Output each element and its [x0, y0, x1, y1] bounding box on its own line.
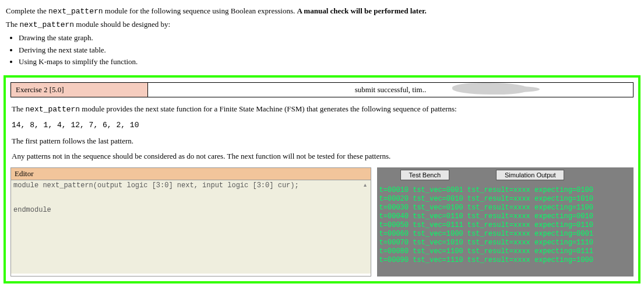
editor-header: Editor — [11, 168, 371, 180]
desc-p2: The first pattern follows the last patte… — [12, 135, 632, 148]
intro-line-1: Complete the next_pattern module for the… — [6, 6, 638, 17]
exercise-description: The next_pattern module provides the nex… — [12, 103, 632, 163]
submit-status: submit successful, tim.. — [148, 83, 633, 97]
code-editor[interactable] — [11, 180, 371, 274]
work-area: Editor ▴ Test Bench Simulation Output t=… — [10, 167, 634, 276]
text: module should be designed by: — [74, 20, 170, 29]
intro-bullets: Drawing the state graph. Deriving the ne… — [19, 33, 638, 67]
desc-p1: The next_pattern module provides the nex… — [12, 103, 632, 116]
desc-p3: Any patterns not in the sequence should … — [12, 150, 632, 163]
status-text: submit successful, tim.. — [355, 85, 426, 94]
text: The — [6, 20, 19, 29]
list-item: Deriving the next state table. — [19, 45, 638, 55]
editor-panel: Editor ▴ — [10, 167, 371, 276]
code-inline: next_pattern — [19, 20, 74, 29]
list-item: Drawing the state graph. — [19, 33, 638, 43]
page-intro: Complete the next_pattern module for the… — [0, 0, 644, 73]
tab-simulation-output[interactable]: Simulation Output — [496, 170, 564, 180]
code-inline: next_pattern — [25, 105, 80, 114]
text-bold: A manual check will be performed later. — [297, 6, 426, 15]
exercise-panel: Exercise 2 [5.0] submit successful, tim.… — [3, 75, 641, 284]
text: Complete the — [6, 6, 48, 15]
simulation-output: t=00010 tst_vec=0001 tst_result=xxxx exp… — [377, 183, 634, 266]
output-panel: Test Bench Simulation Output t=00010 tst… — [377, 167, 634, 276]
exercise-title: Exercise 2 [5.0] — [11, 83, 148, 97]
scroll-up-icon[interactable]: ▴ — [364, 181, 369, 187]
sequence-values: 14, 8, 1, 4, 12, 7, 6, 2, 10 — [12, 120, 632, 132]
intro-line-2: The next_pattern module should be design… — [6, 19, 638, 30]
text: The — [12, 104, 25, 113]
text: module provides the next state function … — [80, 104, 457, 113]
redaction-smudge — [452, 83, 528, 94]
list-item: Using K-maps to simplify the function. — [19, 57, 638, 67]
tab-row: Test Bench Simulation Output — [377, 167, 634, 183]
status-bar: Exercise 2 [5.0] submit successful, tim.… — [10, 82, 634, 97]
text: module for the following sequence using … — [103, 6, 297, 15]
code-inline: next_pattern — [48, 7, 103, 16]
tab-test-bench[interactable]: Test Bench — [400, 170, 449, 180]
